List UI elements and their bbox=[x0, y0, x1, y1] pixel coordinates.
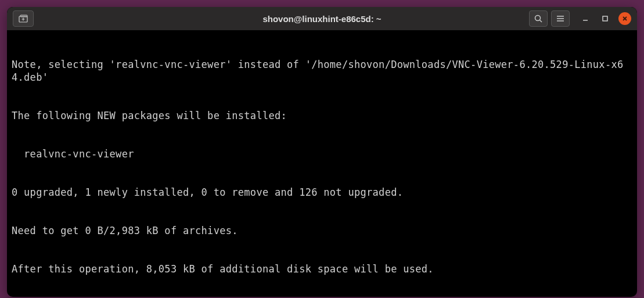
minimize-icon bbox=[582, 15, 589, 22]
terminal-line: Note, selecting 'realvnc-vnc-viewer' ins… bbox=[12, 58, 632, 84]
titlebar-left bbox=[10, 10, 34, 27]
terminal-line: realvnc-vnc-viewer bbox=[12, 148, 632, 160]
search-icon bbox=[534, 15, 542, 23]
terminal-line: The following NEW packages will be insta… bbox=[12, 109, 632, 122]
minimize-button[interactable] bbox=[579, 12, 592, 25]
new-tab-button[interactable] bbox=[13, 10, 34, 27]
terminal-content[interactable]: Note, selecting 'realvnc-vnc-viewer' ins… bbox=[7, 30, 637, 297]
svg-point-4 bbox=[535, 16, 541, 21]
svg-rect-10 bbox=[603, 16, 607, 21]
titlebar: shovon@linuxhint-e86c5d: ~ bbox=[7, 7, 637, 30]
terminal-line: After this operation, 8,053 kB of additi… bbox=[12, 263, 632, 275]
close-icon bbox=[622, 16, 628, 21]
new-tab-icon bbox=[19, 15, 28, 23]
terminal-window: shovon@linuxhint-e86c5d: ~ bbox=[7, 7, 637, 297]
window-title: shovon@linuxhint-e86c5d: ~ bbox=[262, 14, 381, 24]
close-button[interactable] bbox=[618, 12, 631, 25]
maximize-icon bbox=[602, 15, 609, 22]
terminal-line: 0 upgraded, 1 newly installed, 0 to remo… bbox=[12, 186, 632, 199]
maximize-button[interactable] bbox=[599, 12, 611, 25]
titlebar-right bbox=[529, 10, 634, 27]
terminal-line: Need to get 0 B/2,983 kB of archives. bbox=[12, 224, 632, 237]
search-button[interactable] bbox=[529, 10, 548, 27]
menu-button[interactable] bbox=[551, 10, 570, 27]
window-controls bbox=[579, 12, 631, 25]
hamburger-icon bbox=[556, 15, 564, 23]
svg-line-5 bbox=[540, 20, 542, 23]
